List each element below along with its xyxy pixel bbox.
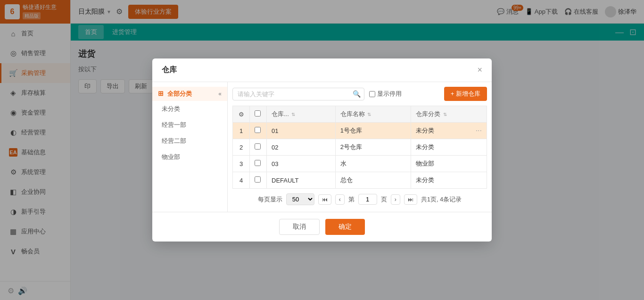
row-checkbox[interactable] bbox=[255, 176, 261, 183]
modal-header: 仓库 × bbox=[152, 58, 492, 82]
warehouse-table: ⚙ 仓库... ⇅ 仓库名称 bbox=[232, 106, 487, 189]
row-category-cell: 未分类 ··· bbox=[411, 123, 487, 139]
add-warehouse-button[interactable]: + 新增仓库 bbox=[444, 87, 487, 101]
table-header-row: ⚙ 仓库... ⇅ 仓库名称 bbox=[233, 106, 487, 123]
category-item-unclassified[interactable]: 未分类 bbox=[152, 101, 227, 117]
warehouse-modal: 仓库 × ⊞ 全部分类 « 未分类 经营一部 bbox=[152, 58, 492, 242]
table-row[interactable]: 3 03 水 物业部 bbox=[233, 156, 487, 172]
select-all-checkbox[interactable] bbox=[255, 110, 261, 117]
row-name-cell: 2号仓库 bbox=[335, 139, 411, 156]
confirm-button[interactable]: 确定 bbox=[325, 219, 365, 235]
show-disabled-input[interactable] bbox=[369, 91, 375, 97]
th-name: 仓库名称 ⇅ bbox=[335, 106, 411, 123]
pagination: 每页显示 50 100 ⏮ ‹ 第 页 › ⏭ 共1页, 4条记录 bbox=[232, 189, 487, 207]
table-area: 🔍 显示停用 + 新增仓库 ⚙ bbox=[228, 82, 492, 212]
th-code: 仓库... ⇅ bbox=[267, 106, 336, 123]
table-row[interactable]: 2 02 2号仓库 未分类 bbox=[233, 139, 487, 156]
row-category-cell: 物业部 bbox=[411, 156, 487, 172]
table-body: 1 01 1号仓库 未分类 ··· 2 02 2号仓库 未分类 3 03 水 物… bbox=[233, 123, 487, 189]
show-disabled-checkbox[interactable]: 显示停用 bbox=[369, 90, 402, 98]
table-row[interactable]: 4 DEFAULT 总仓 未分类 bbox=[233, 172, 487, 189]
row-checkbox-cell bbox=[250, 139, 267, 156]
sort-icon: ⇅ bbox=[367, 112, 371, 117]
first-page-button[interactable]: ⏮ bbox=[318, 194, 331, 205]
row-category-cell: 未分类 bbox=[411, 139, 487, 156]
row-code-cell: 01 bbox=[267, 123, 336, 139]
search-icon: 🔍 bbox=[353, 90, 361, 98]
row-name-cell: 水 bbox=[335, 156, 411, 172]
row-checkbox-cell bbox=[250, 172, 267, 189]
th-checkbox bbox=[250, 106, 267, 123]
all-category-item[interactable]: ⊞ 全部分类 « bbox=[152, 87, 227, 101]
row-checkbox-cell bbox=[250, 156, 267, 172]
all-category-label: 全部分类 bbox=[167, 90, 192, 97]
cancel-button[interactable]: 取消 bbox=[279, 219, 320, 235]
modal-footer: 取消 确定 bbox=[152, 212, 492, 242]
row-gear-cell: 4 bbox=[233, 172, 250, 189]
category-item-property[interactable]: 物业部 bbox=[152, 149, 227, 165]
row-code-cell: 02 bbox=[267, 139, 336, 156]
row-code-cell: DEFAULT bbox=[267, 172, 336, 189]
row-checkbox[interactable] bbox=[255, 127, 261, 133]
row-checkbox[interactable] bbox=[255, 143, 261, 150]
category-sidebar: ⊞ 全部分类 « 未分类 经营一部 经营二部 物业部 bbox=[152, 82, 228, 212]
th-category: 仓库分类 ⇅ bbox=[411, 106, 487, 123]
search-wrap: 🔍 bbox=[232, 88, 364, 100]
row-gear-cell: 3 bbox=[233, 156, 250, 172]
page-unit: 页 bbox=[381, 195, 387, 204]
gear-header-icon: ⚙ bbox=[239, 111, 244, 118]
row-name-cell: 1号仓库 bbox=[335, 123, 411, 139]
show-disabled-label: 显示停用 bbox=[377, 90, 402, 98]
row-category-cell: 未分类 bbox=[411, 172, 487, 189]
total-info: 共1页, 4条记录 bbox=[421, 195, 462, 204]
prev-page-button[interactable]: ‹ bbox=[335, 194, 345, 205]
table-toolbar: 🔍 显示停用 + 新增仓库 bbox=[232, 87, 487, 101]
page-label: 第 bbox=[348, 195, 355, 204]
modal-body: ⊞ 全部分类 « 未分类 经营一部 经营二部 物业部 bbox=[152, 82, 492, 212]
category-item-ops2[interactable]: 经营二部 bbox=[152, 133, 227, 149]
search-input[interactable] bbox=[232, 88, 364, 100]
collapse-icon[interactable]: « bbox=[218, 91, 222, 97]
row-code-cell: 03 bbox=[267, 156, 336, 172]
sort-icon: ⇅ bbox=[443, 112, 447, 117]
page-size-label: 每页显示 bbox=[258, 195, 282, 204]
row-gear-cell: 2 bbox=[233, 139, 250, 156]
category-item-ops1[interactable]: 经营一部 bbox=[152, 117, 227, 133]
last-page-button[interactable]: ⏭ bbox=[404, 194, 417, 205]
page-size-select[interactable]: 50 100 bbox=[286, 193, 314, 205]
next-page-button[interactable]: › bbox=[391, 194, 400, 205]
sort-icon: ⇅ bbox=[291, 112, 295, 117]
table-scroll-container: ⚙ 仓库... ⇅ 仓库名称 bbox=[232, 106, 487, 189]
row-checkbox[interactable] bbox=[255, 160, 261, 166]
row-gear-cell: 1 bbox=[233, 123, 250, 139]
row-actions-button[interactable]: ··· bbox=[476, 126, 482, 135]
page-number-input[interactable] bbox=[358, 194, 377, 205]
table-row[interactable]: 1 01 1号仓库 未分类 ··· bbox=[233, 123, 487, 139]
row-checkbox-cell bbox=[250, 123, 267, 139]
th-gear: ⚙ bbox=[233, 106, 250, 123]
row-name-cell: 总仓 bbox=[335, 172, 411, 189]
modal-overlay: 仓库 × ⊞ 全部分类 « 未分类 经营一部 bbox=[0, 0, 644, 300]
modal-title: 仓库 bbox=[162, 65, 177, 75]
modal-close-button[interactable]: × bbox=[477, 65, 482, 75]
grid-icon: ⊞ bbox=[158, 90, 164, 97]
